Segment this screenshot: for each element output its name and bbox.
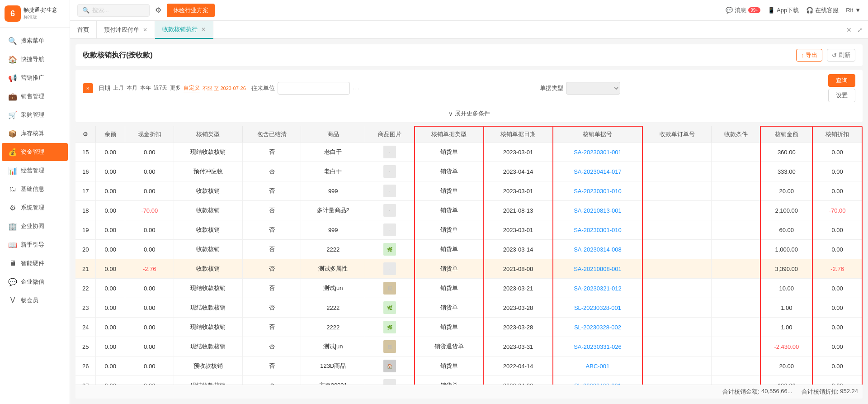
bill-no-link[interactable]: ABC-001 — [586, 363, 610, 370]
sidebar-item-purchase[interactable]: 🛒 采购管理 — [2, 106, 68, 124]
query-button[interactable]: 查询 — [828, 74, 855, 87]
sidebar-item-sales[interactable]: 💼 销售管理 — [2, 87, 68, 105]
bill-no-link[interactable]: SA-20230301-001 — [574, 149, 622, 156]
bill-no-link[interactable]: SL-20230328-001 — [574, 304, 621, 311]
bill-no-link[interactable]: SA-20230301-010 — [574, 188, 622, 195]
filter-bar: » 日期 上月 本月 本年 近7天 更多 自定义 不限 至 2023-07-26… — [75, 70, 863, 122]
table-row: 27 0.00 0.00 现结收款核销 否 衣服00001 · 销货单 2023… — [75, 376, 862, 385]
sidebar-item-marketing[interactable]: 📢 营销推广 — [2, 69, 68, 87]
cell-product: 测试jun — [301, 337, 365, 356]
partner-input[interactable] — [278, 82, 350, 95]
online-service-button[interactable]: 🎧 在线客服 — [806, 6, 839, 14]
date-opt-more[interactable]: 更多 — [170, 84, 181, 92]
cell-verify-bill-type: 销货单 — [415, 162, 484, 181]
service-icon: 🎧 — [806, 7, 813, 14]
data-table: ⚙ 余额 现金折扣 核销类型 包含已结清 商品 商品图片 核销单据类型 核销单据… — [75, 126, 863, 385]
partner-label: 往来单位 — [251, 84, 275, 92]
cell-receipt-order-no — [642, 318, 711, 337]
bill-no-link[interactable]: SL-20230328-002 — [574, 324, 621, 331]
product-img: 🌿 — [383, 243, 396, 256]
table-body: 15 0.00 0.00 现结收款核销 否 老白干 · 销货单 2023-03-… — [75, 143, 862, 385]
sidebar-item-search[interactable]: 🔍 搜索菜单 — [2, 32, 68, 50]
cell-verify-bill-no: SA-20230314-008 — [553, 240, 643, 259]
bill-no-link[interactable]: SA-20210813-001 — [574, 207, 622, 214]
tab-close-collection[interactable]: ✕ — [201, 26, 206, 33]
search-icon: 🔍 — [8, 36, 17, 45]
refresh-button[interactable]: ↺ 刷新 — [827, 49, 855, 62]
bill-no-link[interactable]: SA-20230414-017 — [574, 168, 622, 175]
date-range-text: 不限 至 2023-07-26 — [203, 85, 245, 92]
sidebar-item-quick[interactable]: 🏠 快捷导航 — [2, 50, 68, 68]
cell-no: 15 — [75, 143, 96, 162]
cell-balance: 0.00 — [96, 337, 125, 356]
cell-verify-discount: 0.00 — [812, 376, 862, 385]
marketing-icon: 📢 — [8, 73, 17, 82]
bill-no-link[interactable]: SA-20230314-008 — [574, 246, 622, 253]
bill-no-link[interactable]: SA-20230321-012 — [574, 285, 622, 292]
message-button[interactable]: 💬 消息 99+ — [726, 6, 760, 14]
app-download-button[interactable]: 📱 App下载 — [768, 6, 799, 14]
table-wrapper[interactable]: ⚙ 余额 现金折扣 核销类型 包含已结清 商品 商品图片 核销单据类型 核销单据… — [75, 126, 863, 385]
cell-included-settled: 否 — [242, 279, 301, 298]
cell-no: 17 — [75, 181, 96, 201]
date-opt-custom[interactable]: 自定义 — [184, 84, 200, 92]
cell-no: 16 — [75, 162, 96, 181]
date-opt-last-month[interactable]: 上月 — [113, 84, 124, 92]
sidebar-nav: 🔍 搜索菜单 🏠 快捷导航 📢 营销推广 💼 销售管理 🛒 采购管理 📦 库存核… — [0, 28, 70, 404]
industry-button[interactable]: 休验行业方案 — [167, 4, 215, 17]
sidebar-item-basic[interactable]: 🗂 基础信息 — [2, 180, 68, 198]
search-box[interactable]: 🔍 搜索... — [77, 4, 150, 17]
sidebar-item-finance[interactable]: 💰 资金管理 — [2, 143, 68, 161]
cell-no: 26 — [75, 356, 96, 376]
user-profile[interactable]: Rit ▼ — [846, 7, 861, 14]
sidebar-item-guide[interactable]: 📖 新手引导 — [2, 236, 68, 254]
operations-label: 经营管理 — [21, 166, 44, 175]
cell-receipt-order-no — [642, 356, 711, 376]
tab-expand-icon[interactable]: ⤢ — [857, 26, 863, 33]
cell-product-img: · — [365, 143, 415, 162]
tab-home[interactable]: 首页 — [70, 21, 97, 39]
partner-filter-group: 往来单位 ··· — [251, 82, 534, 95]
cell-verify-bill-type: 销货单 — [415, 143, 484, 162]
cell-balance: 0.00 — [96, 143, 125, 162]
sidebar-item-enterprise[interactable]: 🏢 企业协同 — [2, 217, 68, 235]
cell-balance: 0.00 — [96, 356, 125, 376]
bill-no-link[interactable]: SA-20230331-026 — [574, 343, 622, 350]
sidebar-item-hardware[interactable]: 🖥 智能硬件 — [2, 254, 68, 272]
cell-included-settled: 否 — [242, 337, 301, 356]
col-product: 商品 — [301, 126, 365, 143]
cell-product: 999 — [301, 220, 365, 240]
date-opt-this-month[interactable]: 本月 — [127, 84, 137, 92]
top-header-left: 🔍 搜索... ⚙ 休验行业方案 — [77, 4, 215, 17]
cell-verify-discount: 0.00 — [812, 356, 862, 376]
tab-collection[interactable]: 收款核销执行✕ — [155, 21, 213, 39]
date-opt-this-year[interactable]: 本年 — [140, 84, 151, 92]
cell-product: 123D商品 — [301, 356, 365, 376]
bill-no-link[interactable]: SA-20210808-001 — [574, 266, 622, 272]
tab-close-all-icon[interactable]: ✕ — [846, 26, 852, 33]
sidebar-item-wechat[interactable]: 💬 企业微信 — [2, 273, 68, 291]
filter-expand-button[interactable]: » — [83, 83, 93, 93]
cell-balance: 0.00 — [96, 318, 125, 337]
sidebar-item-inventory[interactable]: 📦 库存核算 — [2, 124, 68, 143]
col-gear[interactable]: ⚙ — [75, 126, 96, 143]
sidebar-item-member[interactable]: V 畅会员 — [2, 291, 68, 309]
cell-receipt-condition — [712, 356, 761, 376]
date-opt-7days[interactable]: 近7天 — [154, 84, 168, 92]
cell-receipt-condition — [712, 143, 761, 162]
cell-receipt-condition — [712, 376, 761, 385]
bill-no-link[interactable]: SA-20230301-010 — [574, 227, 622, 233]
gear-icon[interactable]: ⚙ — [155, 6, 161, 14]
setting-button[interactable]: 设置 — [828, 89, 855, 102]
expand-more-button[interactable]: ∨ 展开更多条件 — [83, 109, 855, 118]
cell-receipt-order-no — [642, 143, 711, 162]
cell-verify-discount: 0.00 — [812, 318, 862, 337]
sidebar-item-operations[interactable]: 📊 经营管理 — [2, 162, 68, 180]
wechat-icon: 💬 — [8, 277, 17, 286]
cell-receipt-condition — [712, 298, 761, 318]
export-button[interactable]: ↑ 导出 — [796, 49, 823, 62]
tab-prepaid[interactable]: 预付冲应付单✕ — [97, 21, 155, 39]
sidebar-item-system[interactable]: ⚙ 系统管理 — [2, 199, 68, 217]
bill-type-select[interactable] — [566, 82, 620, 95]
tab-close-prepaid[interactable]: ✕ — [143, 27, 147, 33]
